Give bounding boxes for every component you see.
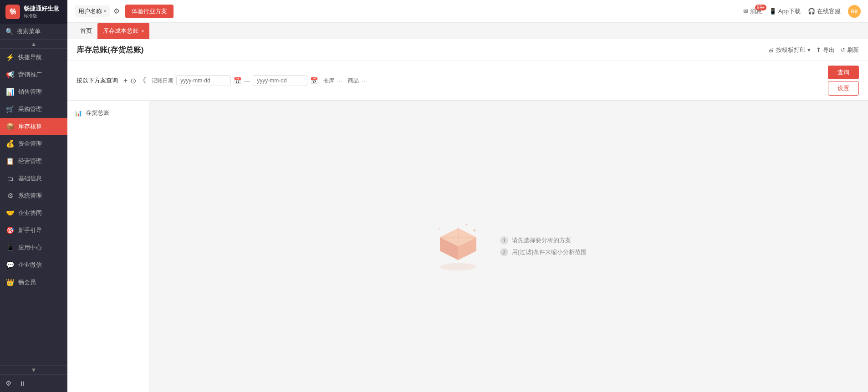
sidebar-footer: ⚙ ⏸ <box>0 374 67 392</box>
nav-icon-finance: 💰 <box>5 140 15 148</box>
nav-label-wechat: 企业微信 <box>18 261 62 269</box>
empty-illustration: ✦ ✦ ✦ <box>431 219 485 274</box>
sidebar-item-sales[interactable]: 📊 销售管理 <box>0 83 67 101</box>
export-button[interactable]: ⬆ 导出 <box>816 46 835 54</box>
tip-1-number: 1 <box>500 236 508 244</box>
date-start-input[interactable] <box>176 75 231 86</box>
nav-icon-inventory: 📦 <box>5 122 15 131</box>
app-download-label: App下载 <box>778 7 801 15</box>
sidebar-nav: ⚡ 快捷导航 📢 营销推广 📊 销售管理 🛒 采购管理 📦 库存核算 💰 资金管… <box>0 49 67 365</box>
nav-label-member: 畅会员 <box>18 278 62 286</box>
topbar-settings-icon[interactable]: ⚙ <box>113 7 120 15</box>
logo-icon: 畅 <box>5 5 20 19</box>
user-selector[interactable]: 用户名称 ▾ <box>75 5 110 17</box>
nav-label-apps: 应用中心 <box>18 244 62 252</box>
nav-label-system: 系统管理 <box>18 192 62 200</box>
warehouse-label: 仓库 <box>323 77 334 85</box>
tab-close-inventory-ledger[interactable]: × <box>141 28 144 34</box>
add-filter-button[interactable]: + <box>123 76 128 85</box>
date-filter: 记账日期 📅 — 📅 <box>152 75 318 86</box>
settings-button[interactable]: 设置 <box>828 81 859 96</box>
nav-icon-coop: 🤝 <box>5 209 15 217</box>
product-more-icon[interactable]: ··· <box>362 77 367 84</box>
refresh-button[interactable]: ↺ 刷新 <box>840 46 859 54</box>
sidebar-item-guide[interactable]: 🎯 新手引导 <box>0 222 67 239</box>
sidebar-item-basic[interactable]: 🗂 基础信息 <box>0 170 67 187</box>
search-icon: 🔍 <box>5 28 13 35</box>
sidebar-item-purchase[interactable]: 🛒 采购管理 <box>0 101 67 118</box>
topbar-left: 用户名称 ▾ ⚙ 体验行业方案 <box>75 5 743 18</box>
nav-icon-purchase: 🛒 <box>5 105 15 113</box>
user-name-label: 用户名称 <box>78 7 102 15</box>
chevron-down-icon: ▾ <box>104 9 106 14</box>
nav-label-finance: 资金管理 <box>18 140 62 148</box>
nav-icon-basic: 🗂 <box>5 175 15 183</box>
empty-tips: 1 请先选择要分析的方案 2 用[过滤]条件来缩小分析范围 <box>500 236 586 256</box>
filter-side-icon-inventory-ledger: 📊 <box>75 110 82 117</box>
search-menu[interactable]: 🔍 搜索菜单 <box>0 24 67 40</box>
sidebar-item-system[interactable]: ⚙ 系统管理 <box>0 187 67 204</box>
warehouse-more-icon[interactable]: ··· <box>337 77 342 84</box>
calendar-start-icon[interactable]: 📅 <box>234 77 241 84</box>
nav-icon-apps: 📱 <box>5 244 15 252</box>
date-separator: — <box>244 77 250 84</box>
print-button[interactable]: 🖨 按模板打印 ▾ <box>768 46 811 54</box>
online-service-button[interactable]: 🎧 在线客服 <box>808 7 841 15</box>
collapse-filter-button[interactable]: 《 <box>139 76 146 86</box>
sidebar-item-marketing[interactable]: 📢 营销推广 <box>0 66 67 83</box>
main-panel: ✦ ✦ ✦ 1 请先选择要分析的方案 <box>149 101 868 392</box>
empty-state-inner: ✦ ✦ ✦ 1 请先选择要分析的方案 <box>431 219 586 274</box>
topbar-right: ✉ 消息 99+ 📱 App下载 🎧 在线客服 Rit <box>743 5 861 18</box>
manage-filter-button[interactable]: ⊙ <box>130 76 136 85</box>
nav-icon-quicknav: ⚡ <box>5 53 15 61</box>
filter-side-item-inventory-ledger[interactable]: 📊 存货总账 <box>67 105 149 121</box>
nav-label-quicknav: 快捷导航 <box>18 53 62 61</box>
date-end-input[interactable] <box>253 75 307 86</box>
tip-1-text: 请先选择要分析的方案 <box>512 236 571 244</box>
export-label: 导出 <box>823 46 835 54</box>
nav-label-guide: 新手引导 <box>18 226 62 234</box>
sidebar-item-operation[interactable]: 📋 经营管理 <box>0 153 67 170</box>
svg-text:✦: ✦ <box>438 226 441 231</box>
sidebar-item-quicknav[interactable]: ⚡ 快捷导航 <box>0 49 67 66</box>
page-title: 库存总账(存货总账) <box>77 45 143 55</box>
version-label: 标准版 <box>24 13 59 19</box>
sidebar-item-member[interactable]: 👑 畅会员 <box>0 274 67 291</box>
sidebar-item-apps[interactable]: 📱 应用中心 <box>0 239 67 256</box>
svg-point-0 <box>440 263 476 270</box>
nav-icon-guide: 🎯 <box>5 226 15 234</box>
settings-icon[interactable]: ⚙ <box>5 379 11 387</box>
user-avatar[interactable]: Rit <box>848 5 861 18</box>
trial-button[interactable]: 体验行业方案 <box>125 5 174 18</box>
nav-icon-wechat: 💬 <box>5 261 15 269</box>
sidebar-scroll-down[interactable]: ▼ <box>0 365 67 374</box>
app-download-button[interactable]: 📱 App下载 <box>769 7 801 15</box>
empty-tip-1: 1 请先选择要分析的方案 <box>500 236 586 244</box>
product-label: 商品 <box>348 77 359 85</box>
search-menu-label: 搜索菜单 <box>17 27 41 36</box>
sidebar-item-wechat[interactable]: 💬 企业微信 <box>0 256 67 274</box>
messages-button[interactable]: ✉ 消息 99+ <box>743 7 762 15</box>
print-label: 按模板打印 <box>776 46 806 54</box>
query-button[interactable]: 查询 <box>828 66 859 79</box>
nav-icon-operation: 📋 <box>5 157 15 165</box>
tab-inventory-ledger[interactable]: 库存成本总账× <box>97 23 149 39</box>
nav-label-coop: 企业协同 <box>18 209 62 217</box>
tab-home[interactable]: 首页 <box>75 23 97 39</box>
headset-icon: 🎧 <box>808 8 815 15</box>
nav-icon-member: 👑 <box>5 278 15 286</box>
topbar: 用户名称 ▾ ⚙ 体验行业方案 ✉ 消息 99+ 📱 App下载 🎧 在线客服 … <box>67 0 868 23</box>
page-content: 库存总账(存货总账) 🖨 按模板打印 ▾ ⬆ 导出 ↺ 刷新 按以下方案查询 <box>67 39 868 392</box>
sidebar-item-coop[interactable]: 🤝 企业协同 <box>0 204 67 222</box>
date-label: 记账日期 <box>152 77 174 85</box>
export-icon: ⬆ <box>816 46 821 53</box>
calendar-end-icon[interactable]: 📅 <box>310 77 318 84</box>
refresh-icon: ↺ <box>840 46 845 53</box>
sidebar-logo: 畅 畅捷通好生意 标准版 <box>0 0 67 24</box>
sidebar-item-finance[interactable]: 💰 资金管理 <box>0 135 67 153</box>
speaker-icon[interactable]: ⏸ <box>19 380 26 387</box>
print-icon: 🖨 <box>768 46 774 53</box>
sidebar-scroll-up[interactable]: ▲ <box>0 40 67 49</box>
sidebar-item-inventory[interactable]: 📦 库存核算 <box>0 118 67 135</box>
phone-icon: 📱 <box>769 8 776 15</box>
